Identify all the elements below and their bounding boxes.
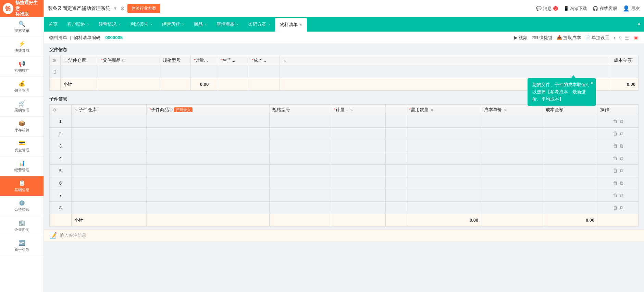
tab-profit-close[interactable]: × bbox=[150, 22, 152, 26]
parent-unit-cell[interactable] bbox=[191, 66, 218, 78]
tab-customers-close[interactable]: × bbox=[87, 22, 89, 26]
tab-history-close[interactable]: × bbox=[182, 22, 184, 26]
child-unitcost-2[interactable] bbox=[481, 128, 543, 140]
child-qty-2[interactable] bbox=[406, 128, 481, 140]
th-parent-warehouse[interactable]: ⇅ 父件仓库 bbox=[61, 55, 98, 66]
th-spec[interactable]: 规格型号 bbox=[160, 55, 191, 66]
copy-icon-6[interactable]: ⧉ bbox=[620, 180, 623, 186]
child-product-2[interactable] bbox=[147, 128, 270, 140]
nav-prev-icon[interactable]: ‹ bbox=[614, 35, 615, 40]
try-button[interactable]: 体验行业方案 bbox=[127, 4, 160, 13]
tab-bom-close[interactable]: × bbox=[300, 23, 302, 27]
delete-icon-7[interactable]: 🗑 bbox=[613, 192, 618, 198]
scan-badge[interactable]: 扫码录入 bbox=[174, 107, 193, 112]
tab-newgoods[interactable]: 新增商品× bbox=[212, 17, 243, 32]
copy-icon-2[interactable]: ⧉ bbox=[620, 131, 623, 137]
th-unit[interactable]: *计量... bbox=[191, 55, 218, 66]
th-child-qty[interactable]: *需用数量 ⇅ bbox=[406, 105, 481, 115]
th-child-warehouse[interactable]: ⇅ 子件仓库 bbox=[71, 105, 146, 115]
th-child-unit[interactable]: *计量... ⇅ bbox=[331, 105, 386, 115]
delete-icon-4[interactable]: 🗑 bbox=[613, 155, 618, 161]
parent-cost-cell[interactable] bbox=[249, 66, 280, 78]
child-subtotal-qty: 0.00 bbox=[406, 214, 481, 226]
delete-icon-2[interactable]: 🗑 bbox=[613, 131, 618, 137]
menu-icon[interactable]: ☰ bbox=[625, 35, 629, 40]
child-spec-1[interactable] bbox=[270, 115, 331, 128]
sidebar-item-finance[interactable]: 💳资金管理 bbox=[0, 137, 44, 156]
delete-icon-8[interactable]: 🗑 bbox=[613, 205, 618, 211]
sidebar-item-quicknav[interactable]: ⚡快捷导航 bbox=[0, 37, 44, 57]
sidebar-item-search[interactable]: 🔍搜索菜单 bbox=[0, 17, 44, 37]
child-spec-2[interactable] bbox=[270, 128, 331, 140]
parent-product-cell[interactable] bbox=[98, 66, 160, 78]
th-child-unitcost[interactable]: 成本单价 ⇅ bbox=[481, 105, 543, 115]
sidebar-item-purchase[interactable]: 🛒采购管理 bbox=[0, 97, 44, 117]
th-settings[interactable]: ⚙ bbox=[50, 55, 61, 66]
child-warehouse-1[interactable] bbox=[71, 115, 146, 128]
child-unit-2[interactable] bbox=[331, 128, 386, 140]
delete-icon-3[interactable]: 🗑 bbox=[613, 143, 618, 149]
tab-barcode[interactable]: 条码方案× bbox=[244, 17, 275, 32]
th-parent-product[interactable]: *父件商品ⓘ bbox=[98, 55, 160, 66]
tab-home[interactable]: 首页 bbox=[44, 17, 62, 32]
child-amount-1[interactable] bbox=[543, 115, 597, 128]
tab-profit[interactable]: 利润报告× bbox=[126, 17, 157, 32]
sidebar-item-corp[interactable]: 🏢企业协同 bbox=[0, 216, 44, 236]
doc-settings-button[interactable]: 📄 单据设置 bbox=[585, 35, 609, 41]
close-all-tabs[interactable]: × bbox=[634, 21, 644, 27]
parent-amount-cell[interactable] bbox=[611, 66, 639, 78]
th-cost[interactable]: *成本... bbox=[249, 55, 280, 66]
th-production[interactable]: *生产... bbox=[218, 55, 249, 66]
shortcut-button[interactable]: ⌨ 快捷键 bbox=[532, 35, 553, 41]
copy-icon-3[interactable]: ⧉ bbox=[620, 143, 623, 149]
delete-icon-1[interactable]: 🗑 bbox=[613, 118, 618, 124]
copy-icon-8[interactable]: ⧉ bbox=[620, 205, 623, 211]
tab-operations-status[interactable]: 经营情况× bbox=[94, 17, 125, 32]
th-child-product[interactable]: *子件商品ⓘ 扫码录入 bbox=[147, 105, 270, 115]
tab-bom[interactable]: 物料清单× bbox=[275, 18, 307, 32]
child-unitcost-1[interactable] bbox=[481, 115, 543, 128]
bottom-hint[interactable]: 输入备注信息 bbox=[60, 232, 86, 238]
app-download-button[interactable]: 📱 App下载 bbox=[564, 5, 587, 12]
child-warehouse-2[interactable] bbox=[71, 128, 146, 140]
parent-spec-cell[interactable] bbox=[160, 66, 191, 78]
tab-history[interactable]: 经营历程× bbox=[157, 17, 189, 32]
support-button[interactable]: 🎧 在线客服 bbox=[593, 5, 617, 12]
child-amount-2[interactable] bbox=[543, 128, 597, 140]
copy-icon-4[interactable]: ⧉ bbox=[620, 155, 623, 161]
parent-warehouse-cell[interactable] bbox=[61, 66, 98, 78]
sidebar-item-system[interactable]: ⚙️系统管理 bbox=[0, 196, 44, 216]
tab-goods[interactable]: 商品× bbox=[189, 17, 212, 32]
sidebar-item-operations[interactable]: 📊经营管理 bbox=[0, 156, 44, 176]
sidebar-item-basic[interactable]: 📋基础信息 bbox=[0, 176, 44, 196]
dropdown-arrow-icon[interactable]: ▼ bbox=[113, 6, 117, 11]
sidebar-item-sales[interactable]: 💰销售管理 bbox=[0, 77, 44, 97]
copy-icon-1[interactable]: ⧉ bbox=[620, 118, 623, 124]
message-button[interactable]: 💬 消息 5 bbox=[536, 5, 558, 12]
nav-next-icon[interactable]: › bbox=[619, 35, 621, 40]
delete-icon-6[interactable]: 🗑 bbox=[613, 180, 618, 186]
tooltip-close-button[interactable]: × bbox=[591, 79, 593, 87]
video-button[interactable]: ▶ 视频 bbox=[514, 35, 528, 41]
tab-customers[interactable]: 客户联络× bbox=[62, 17, 94, 32]
copy-icon-7[interactable]: ⧉ bbox=[620, 192, 623, 198]
th-child-settings[interactable]: ⚙ bbox=[50, 105, 72, 115]
child-unit-1[interactable] bbox=[331, 115, 386, 128]
sidebar-item-marketing[interactable]: 📢营销推广 bbox=[0, 57, 44, 77]
delete-icon-5[interactable]: 🗑 bbox=[613, 168, 618, 174]
copy-icon-5[interactable]: ⧉ bbox=[620, 168, 623, 174]
sidebar-item-guide[interactable]: 🆕新手引导 bbox=[0, 236, 44, 256]
parent-production-cell[interactable] bbox=[218, 66, 249, 78]
sidebar-item-inventory[interactable]: 📦库存核算 bbox=[0, 117, 44, 137]
user-button[interactable]: 👤 用友 bbox=[623, 5, 640, 12]
settings-icon[interactable]: ⚙ bbox=[120, 5, 125, 12]
extract-cost-button[interactable]: 📥 提取成本 bbox=[557, 35, 581, 41]
th-child-spec[interactable]: 规格型号 bbox=[270, 105, 331, 115]
tab-ops-close[interactable]: × bbox=[119, 22, 121, 26]
child-product-1[interactable] bbox=[147, 115, 270, 128]
tab-barcode-close[interactable]: × bbox=[268, 22, 270, 26]
tab-goods-close[interactable]: × bbox=[205, 22, 207, 26]
close-page-icon[interactable]: ▣ bbox=[633, 34, 639, 41]
tab-newgoods-close[interactable]: × bbox=[236, 22, 238, 26]
child-qty-1[interactable] bbox=[406, 115, 481, 128]
